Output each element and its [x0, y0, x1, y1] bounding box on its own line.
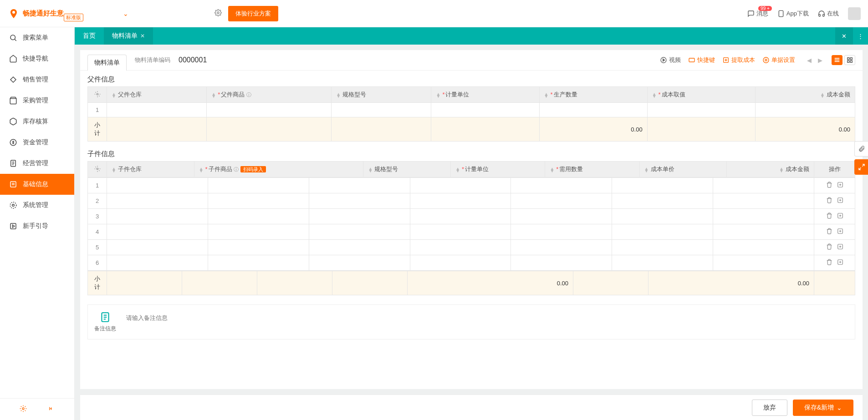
col-parent-unit[interactable]: ▲▼*计量单位 [431, 87, 539, 103]
col-child-warehouse[interactable]: ▲▼子件仓库 [107, 162, 194, 177]
svg-point-18 [22, 408, 24, 410]
delete-icon[interactable] [826, 213, 832, 220]
sidebar-item-quicknav[interactable]: 快捷导航 [0, 48, 74, 69]
col-parent-qty[interactable]: ▲▼*生产数量 [539, 87, 647, 103]
sidebar-settings-icon[interactable] [20, 405, 27, 414]
col-settings[interactable] [88, 87, 107, 103]
sidebar-item-basic[interactable]: 基础信息 [0, 174, 74, 195]
doc-settings-link[interactable]: 单据设置 [762, 56, 795, 64]
brand-edition: 标准版 [64, 14, 83, 21]
extract-cost-link[interactable]: 提取成本 [722, 56, 755, 64]
col-child-amount[interactable]: ▲▼成本金额 [727, 162, 814, 177]
child-subtotal-row: 小计 0.00 0.00 [88, 271, 855, 295]
svg-marker-21 [663, 59, 665, 61]
table-row[interactable]: 1 [88, 103, 855, 117]
close-icon[interactable]: ✕ [140, 33, 145, 39]
online-label: 在线 [827, 10, 839, 18]
clipboard-icon [9, 159, 17, 167]
sidebar-label: 搜索菜单 [23, 34, 48, 42]
col-parent-spec[interactable]: ▲▼规格型号 [332, 87, 431, 103]
row-index: 4 [88, 224, 107, 240]
app-download-button[interactable]: App下载 [777, 10, 809, 18]
remark-input[interactable] [123, 311, 848, 330]
expand-icon[interactable] [854, 159, 868, 175]
table-row[interactable]: 1 [88, 178, 855, 193]
user-avatar[interactable] [848, 7, 861, 20]
chevron-down-icon: ⌄ [837, 404, 842, 411]
col-child-unit[interactable]: ▲▼*计量单位 [451, 162, 545, 177]
content-panel: 物料清单 物料清单编码 0000001 视频 快捷键 提取成本 单据设置 ◀ ▶ [80, 50, 863, 389]
compass-icon [9, 222, 17, 230]
grid-view-icon[interactable] [844, 55, 855, 65]
shortcut-link[interactable]: 快捷键 [688, 56, 715, 64]
sidebar-item-search[interactable]: 搜索菜单 [0, 27, 74, 48]
scan-tag[interactable]: 扫码录入 [240, 166, 266, 172]
row-index: 5 [88, 240, 107, 255]
add-row-icon[interactable] [837, 228, 843, 236]
org-selector[interactable]: ⌄ [102, 10, 211, 18]
add-row-icon[interactable] [837, 259, 843, 267]
brand-icon [7, 7, 20, 20]
list-view-icon[interactable] [832, 55, 842, 65]
svg-rect-1 [779, 10, 783, 16]
col-child-spec[interactable]: ▲▼规格型号 [363, 162, 451, 177]
subtotal-label: 小计 [88, 117, 107, 142]
tabs-close-all-icon[interactable]: ✕ [835, 27, 853, 45]
table-row[interactable]: 6 [88, 255, 855, 271]
delete-icon[interactable] [826, 197, 832, 205]
remark-label: 备注信息 [94, 325, 116, 333]
delete-icon[interactable] [826, 243, 832, 251]
discard-button[interactable]: 放弃 [752, 400, 787, 416]
sidebar-label: 销售管理 [23, 76, 48, 84]
delete-icon[interactable] [826, 228, 832, 236]
note-icon [99, 311, 111, 323]
save-new-button[interactable]: 保存&新增 ⌄ [793, 400, 853, 416]
prev-icon[interactable]: ◀ [805, 56, 813, 65]
sidebar: 搜索菜单 快捷导航 销售管理 采购管理 库存核算 资金管理 经营管理 基础信息 [0, 27, 75, 420]
sidebar-item-system[interactable]: 系统管理 [0, 195, 74, 216]
tab-bom[interactable]: 物料清单 ✕ [104, 27, 153, 45]
sidebar-label: 新手引导 [23, 222, 48, 230]
parent-section-title: 父件信息 [80, 71, 863, 86]
sidebar-item-operation[interactable]: 经营管理 [0, 153, 74, 174]
add-row-icon[interactable] [837, 213, 843, 220]
table-row[interactable]: 5 [88, 240, 855, 255]
form-tab-bom[interactable]: 物料清单 [87, 55, 127, 71]
col-child-product[interactable]: ▲▼*子件商品 ⓘ扫码录入 [194, 162, 363, 177]
table-row[interactable]: 4 [88, 224, 855, 240]
add-row-icon[interactable] [837, 182, 843, 189]
sidebar-item-guide[interactable]: 新手引导 [0, 216, 74, 237]
online-support-button[interactable]: 在线 [818, 10, 839, 18]
table-row[interactable]: 3 [88, 209, 855, 224]
sidebar-item-sales[interactable]: 销售管理 [0, 69, 74, 90]
col-settings[interactable] [88, 162, 107, 177]
settings-gear-icon[interactable] [214, 9, 222, 18]
messages-button[interactable]: 消息 99 + [747, 10, 768, 18]
delete-icon[interactable] [826, 259, 832, 267]
delete-icon[interactable] [826, 182, 832, 189]
svg-point-34 [97, 168, 98, 170]
add-row-icon[interactable] [837, 197, 843, 205]
col-child-unitcost[interactable]: ▲▼成本单价 [639, 162, 727, 177]
col-child-qty[interactable]: ▲▼*需用数量 [545, 162, 639, 177]
promo-button[interactable]: 体验行业方案 [228, 6, 278, 21]
info-icon[interactable]: ⓘ [234, 167, 239, 172]
sidebar-item-finance[interactable]: 资金管理 [0, 132, 74, 153]
tab-home[interactable]: 首页 [75, 27, 104, 45]
col-parent-costset[interactable]: ▲▼*成本取值 [647, 87, 755, 103]
col-parent-product[interactable]: ▲▼*父件商品 ⓘ [207, 87, 332, 103]
next-icon[interactable]: ▶ [816, 56, 824, 65]
col-parent-amount[interactable]: ▲▼成本金额 [755, 87, 855, 103]
video-link[interactable]: 视频 [660, 56, 681, 64]
info-icon[interactable]: ⓘ [246, 92, 251, 97]
sidebar-item-purchase[interactable]: 采购管理 [0, 90, 74, 111]
attachment-icon[interactable] [854, 141, 868, 157]
table-row[interactable]: 2 [88, 193, 855, 209]
tabs-menu-icon[interactable]: ⋮ [853, 27, 868, 45]
add-row-icon[interactable] [837, 243, 843, 251]
sidebar-item-stock[interactable]: 库存核算 [0, 111, 74, 132]
svg-point-24 [765, 59, 767, 61]
sidebar-collapse-icon[interactable] [47, 405, 55, 414]
row-index: 3 [88, 209, 107, 224]
col-parent-warehouse[interactable]: ▲▼父件仓库 [107, 87, 207, 103]
